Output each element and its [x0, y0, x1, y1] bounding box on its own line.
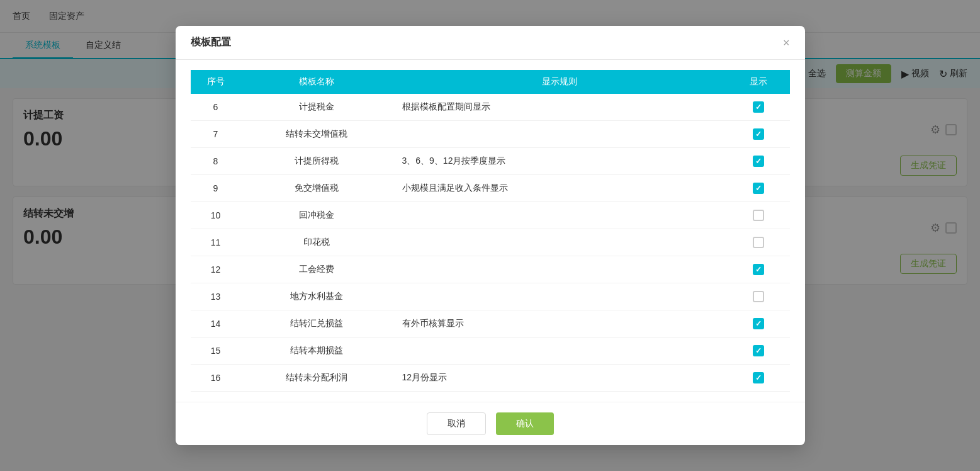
cell-name-4: 回冲税金 [241, 202, 392, 229]
cell-check-4 [727, 202, 790, 229]
cell-id-8: 14 [191, 310, 241, 338]
dialog-body: 序号 模板名称 显示规则 显示 6计提税金根据模板配置期间显示7结转未交增值税8… [176, 60, 805, 402]
cell-rule-5 [392, 229, 727, 256]
checkbox-7[interactable] [753, 291, 764, 302]
cell-check-1 [727, 121, 790, 148]
cell-name-7: 地方水利基金 [241, 283, 392, 310]
table-row: 6计提税金根据模板配置期间显示 [191, 94, 790, 121]
cell-check-3 [727, 175, 790, 202]
col-header-display: 显示 [727, 70, 790, 94]
table-row: 15结转本期损益 [191, 338, 790, 365]
confirm-button[interactable]: 确认 [496, 412, 554, 435]
checkbox-3[interactable] [753, 183, 764, 194]
cell-check-10 [727, 365, 790, 392]
cell-rule-0: 根据模板配置期间显示 [392, 94, 727, 121]
cell-name-8: 结转汇兑损益 [241, 310, 392, 338]
cell-rule-4 [392, 202, 727, 229]
config-table: 序号 模板名称 显示规则 显示 6计提税金根据模板配置期间显示7结转未交增值税8… [191, 70, 790, 392]
cell-check-6 [727, 256, 790, 283]
cell-id-5: 11 [191, 229, 241, 256]
table-row: 9免交增值税小规模且满足收入条件显示 [191, 175, 790, 202]
checkbox-5[interactable] [753, 237, 764, 248]
checkbox-6[interactable] [753, 264, 764, 275]
table-row: 13地方水利基金 [191, 283, 790, 310]
template-config-dialog: 模板配置 × 序号 模板名称 显示规则 显示 6计提税金根据模板配置期间显示7结… [176, 26, 805, 445]
checkbox-8[interactable] [753, 318, 764, 329]
table-header: 序号 模板名称 显示规则 显示 [191, 70, 790, 94]
cell-id-0: 6 [191, 94, 241, 121]
cell-id-7: 13 [191, 283, 241, 310]
table-row: 12工会经费 [191, 256, 790, 283]
dialog-footer: 取消 确认 [176, 402, 805, 445]
col-header-rule: 显示规则 [392, 70, 727, 94]
cell-check-0 [727, 94, 790, 121]
dialog-title: 模板配置 [191, 36, 231, 49]
cell-name-3: 免交增值税 [241, 175, 392, 202]
cancel-button[interactable]: 取消 [427, 412, 486, 435]
cell-check-2 [727, 148, 790, 175]
dialog-close-button[interactable]: × [783, 37, 790, 48]
cell-name-9: 结转本期损益 [241, 338, 392, 365]
table-body: 6计提税金根据模板配置期间显示7结转未交增值税8计提所得税3、6、9、12月按季… [191, 94, 790, 392]
table-row: 11印花税 [191, 229, 790, 256]
table-row: 8计提所得税3、6、9、12月按季度显示 [191, 148, 790, 175]
cell-name-0: 计提税金 [241, 94, 392, 121]
cell-rule-7 [392, 283, 727, 310]
cell-id-10: 16 [191, 365, 241, 392]
cell-name-10: 结转未分配利润 [241, 365, 392, 392]
cell-name-5: 印花税 [241, 229, 392, 256]
col-header-id: 序号 [191, 70, 241, 94]
checkbox-2[interactable] [753, 156, 764, 167]
table-row: 10回冲税金 [191, 202, 790, 229]
dialog-header: 模板配置 × [176, 26, 805, 60]
cell-rule-8: 有外币核算显示 [392, 310, 727, 338]
checkbox-1[interactable] [753, 128, 764, 140]
cell-id-2: 8 [191, 148, 241, 175]
col-header-name: 模板名称 [241, 70, 392, 94]
cell-name-2: 计提所得税 [241, 148, 392, 175]
cell-rule-10: 12月份显示 [392, 365, 727, 392]
checkbox-4[interactable] [753, 210, 764, 221]
cell-rule-6 [392, 256, 727, 283]
cell-rule-1 [392, 121, 727, 148]
cell-id-3: 9 [191, 175, 241, 202]
cell-id-4: 10 [191, 202, 241, 229]
cell-check-9 [727, 338, 790, 365]
cell-rule-9 [392, 338, 727, 365]
modal-overlay: 模板配置 × 序号 模板名称 显示规则 显示 6计提税金根据模板配置期间显示7结… [0, 0, 980, 471]
checkbox-0[interactable] [753, 101, 764, 113]
checkbox-9[interactable] [753, 345, 764, 356]
cell-name-1: 结转未交增值税 [241, 121, 392, 148]
table-row: 14结转汇兑损益有外币核算显示 [191, 310, 790, 338]
cell-rule-3: 小规模且满足收入条件显示 [392, 175, 727, 202]
cell-check-7 [727, 283, 790, 310]
cell-rule-2: 3、6、9、12月按季度显示 [392, 148, 727, 175]
cell-check-5 [727, 229, 790, 256]
checkbox-10[interactable] [753, 372, 764, 383]
cell-id-6: 12 [191, 256, 241, 283]
cell-check-8 [727, 310, 790, 338]
cell-id-1: 7 [191, 121, 241, 148]
table-row: 16结转未分配利润12月份显示 [191, 365, 790, 392]
table-row: 7结转未交增值税 [191, 121, 790, 148]
cell-id-9: 15 [191, 338, 241, 365]
cell-name-6: 工会经费 [241, 256, 392, 283]
